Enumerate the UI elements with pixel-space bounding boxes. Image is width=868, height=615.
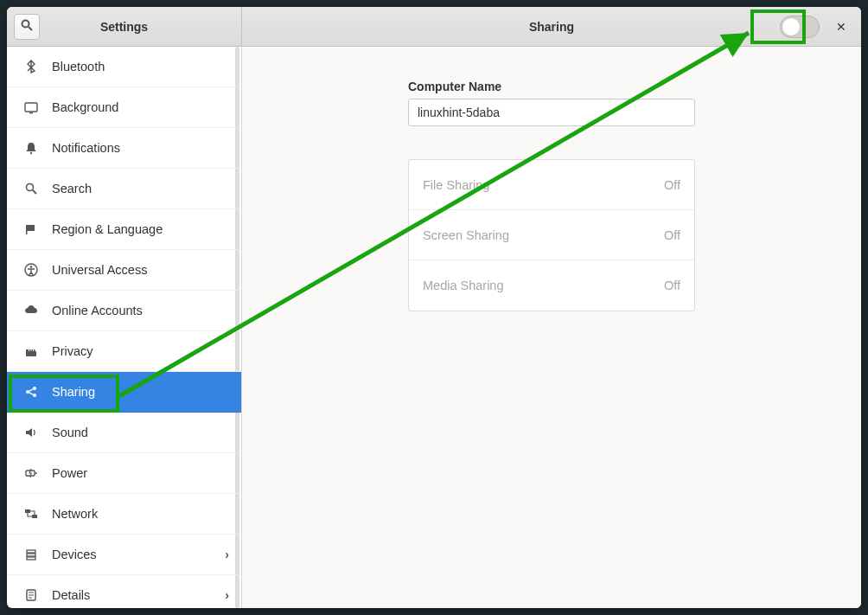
- sidebar-item-network[interactable]: Network: [7, 494, 241, 535]
- window-body: BluetoothBackgroundNotificationsSearchRe…: [7, 47, 861, 608]
- svg-point-4: [30, 152, 32, 154]
- computer-name-label: Computer Name: [408, 80, 695, 93]
- search-icon: [21, 19, 33, 35]
- sidebar-item-region-language[interactable]: Region & Language: [7, 209, 241, 250]
- sharing-row-file-sharing[interactable]: File SharingOff: [409, 160, 694, 210]
- sidebar-item-details[interactable]: Details›: [7, 575, 241, 608]
- privacy-icon: [22, 343, 40, 360]
- svg-line-1: [29, 27, 32, 30]
- bluetooth-icon: [22, 58, 40, 75]
- sidebar-item-online-accounts[interactable]: Online Accounts: [7, 291, 241, 331]
- sidebar: BluetoothBackgroundNotificationsSearchRe…: [7, 47, 242, 608]
- sidebar-item-label: Details: [52, 588, 225, 602]
- sidebar-item-label: Region & Language: [52, 222, 229, 236]
- sharing-icon: [22, 383, 40, 400]
- titlebar-left: Settings: [7, 7, 242, 46]
- sidebar-item-background[interactable]: Background: [7, 87, 241, 128]
- svg-rect-11: [26, 349, 29, 356]
- sharing-panel: Computer Name File SharingOffScreen Shar…: [242, 47, 861, 608]
- details-icon: [22, 586, 40, 604]
- svg-rect-22: [35, 472, 37, 474]
- settings-window: Settings Sharing ✕ BluetoothBackgroundNo…: [7, 7, 861, 608]
- svg-rect-3: [29, 112, 33, 113]
- sharing-master-toggle[interactable]: [780, 16, 820, 38]
- svg-rect-7: [26, 225, 35, 231]
- sidebar-item-label: Notifications: [52, 141, 229, 155]
- titlebar-right: Sharing ✕: [242, 7, 861, 46]
- svg-rect-23: [25, 509, 30, 513]
- sidebar-item-label: Universal Access: [52, 263, 229, 277]
- svg-rect-13: [29, 349, 31, 351]
- sidebar-item-sharing[interactable]: Sharing: [7, 372, 241, 413]
- sidebar-item-label: Privacy: [52, 344, 229, 358]
- sidebar-item-label: Online Accounts: [52, 304, 229, 317]
- svg-point-5: [27, 184, 34, 191]
- sidebar-item-power[interactable]: Power: [7, 453, 241, 494]
- titlebar: Settings Sharing ✕: [7, 7, 861, 47]
- sidebar-item-notifications[interactable]: Notifications: [7, 128, 241, 169]
- svg-line-20: [29, 393, 34, 394]
- svg-rect-24: [32, 515, 37, 518]
- devices-icon: [22, 546, 40, 563]
- sharing-services-list: File SharingOffScreen SharingOffMedia Sh…: [408, 159, 695, 311]
- sharing-row-status: Off: [664, 178, 680, 192]
- sidebar-item-label: Background: [52, 100, 229, 114]
- svg-rect-2: [25, 103, 37, 112]
- panel-title: Sharing: [242, 20, 861, 34]
- sharing-row-status: Off: [664, 228, 680, 242]
- svg-rect-27: [27, 557, 35, 560]
- svg-line-19: [29, 389, 34, 391]
- sharing-row-label: Screen Sharing: [423, 228, 509, 242]
- svg-line-6: [33, 190, 36, 194]
- settings-title: Settings: [7, 20, 241, 34]
- svg-rect-25: [27, 550, 35, 553]
- svg-point-10: [30, 266, 33, 268]
- close-icon: ✕: [836, 20, 846, 34]
- sound-icon: [22, 424, 40, 441]
- computer-name-section: Computer Name File SharingOffScreen Shar…: [408, 80, 695, 311]
- region-language-icon: [22, 221, 40, 238]
- online-accounts-icon: [22, 302, 40, 319]
- sidebar-item-label: Network: [52, 507, 229, 521]
- search-button[interactable]: [14, 14, 40, 40]
- background-icon: [22, 99, 40, 116]
- sidebar-item-search[interactable]: Search: [7, 169, 241, 209]
- sidebar-item-label: Power: [52, 466, 229, 480]
- svg-rect-26: [27, 554, 35, 556]
- chevron-right-icon: ›: [225, 548, 229, 561]
- sidebar-item-devices[interactable]: Devices›: [7, 535, 241, 575]
- sidebar-item-label: Sharing: [52, 385, 229, 399]
- sharing-row-screen-sharing[interactable]: Screen SharingOff: [409, 210, 694, 260]
- sidebar-item-privacy[interactable]: Privacy: [7, 331, 241, 372]
- svg-point-16: [26, 390, 29, 394]
- sidebar-item-label: Search: [52, 182, 229, 195]
- notifications-icon: [22, 139, 40, 157]
- power-icon: [22, 464, 40, 482]
- sidebar-item-sound[interactable]: Sound: [7, 413, 241, 453]
- svg-point-18: [33, 394, 36, 397]
- sidebar-item-universal-access[interactable]: Universal Access: [7, 250, 241, 291]
- svg-rect-14: [32, 349, 34, 351]
- search-icon: [22, 180, 40, 197]
- network-icon: [22, 505, 40, 522]
- chevron-right-icon: ›: [225, 588, 229, 602]
- sharing-row-media-sharing[interactable]: Media SharingOff: [409, 260, 694, 311]
- svg-rect-15: [34, 349, 35, 351]
- svg-rect-8: [26, 231, 28, 234]
- toggle-knob: [782, 17, 801, 36]
- sidebar-item-label: Sound: [52, 426, 229, 439]
- sharing-row-label: Media Sharing: [423, 279, 504, 292]
- universal-access-icon: [22, 261, 40, 279]
- sidebar-item-bluetooth[interactable]: Bluetooth: [7, 47, 241, 87]
- close-button[interactable]: ✕: [828, 14, 854, 40]
- sidebar-item-label: Devices: [52, 548, 225, 561]
- svg-point-17: [33, 387, 36, 390]
- computer-name-input[interactable]: [408, 99, 695, 126]
- svg-rect-12: [29, 351, 36, 356]
- sharing-row-label: File Sharing: [423, 178, 489, 192]
- svg-point-0: [22, 20, 29, 27]
- sidebar-item-label: Bluetooth: [52, 60, 229, 74]
- sharing-row-status: Off: [664, 279, 680, 292]
